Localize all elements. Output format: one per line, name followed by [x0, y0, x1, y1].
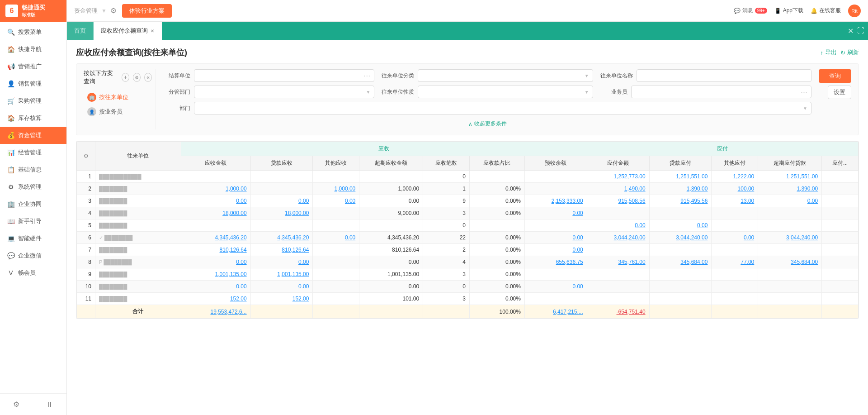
- cell-value[interactable]: 1,251,551.00: [758, 171, 822, 183]
- cell-value[interactable]: 1,252,773.00: [587, 171, 649, 183]
- th-settings[interactable]: ⚙: [77, 142, 95, 171]
- cell-value[interactable]: [649, 207, 712, 219]
- cell-value[interactable]: [313, 293, 359, 305]
- sidebar-item-inventory[interactable]: 🏠 库存核算: [0, 110, 66, 127]
- cell-value[interactable]: [587, 293, 649, 305]
- cell-value[interactable]: 1,390.00: [649, 183, 712, 195]
- query-option-by-staff[interactable]: 👤 按业务员: [84, 105, 152, 119]
- tab-close-window-btn[interactable]: ✕: [848, 27, 854, 35]
- export-btn[interactable]: ↑ 导出: [821, 48, 837, 57]
- cell-value[interactable]: 18,000.00: [181, 207, 250, 219]
- cell-value[interactable]: 1,001,135.00: [181, 268, 250, 281]
- cell-value[interactable]: [181, 219, 250, 232]
- cell-value[interactable]: 1,000.00: [181, 183, 250, 195]
- cell-value[interactable]: 0.00: [181, 281, 250, 293]
- cell-value[interactable]: [649, 281, 712, 293]
- cell-value[interactable]: 100.00: [712, 183, 758, 195]
- cell-value[interactable]: [587, 244, 649, 256]
- setting-btn[interactable]: 设置: [828, 86, 851, 99]
- online-service-btn[interactable]: 🔔 在线客服: [811, 7, 841, 14]
- sidebar-item-enterprise[interactable]: 🏢 企业协同: [0, 196, 66, 213]
- solution-btn[interactable]: 体验行业方案: [122, 4, 172, 18]
- sidebar-item-search[interactable]: 🔍 搜索菜单: [0, 24, 66, 41]
- cell-value[interactable]: 810,126.64: [250, 244, 313, 256]
- cell-value[interactable]: 1,000.00: [313, 183, 359, 195]
- tab-maximize-btn[interactable]: ⛶: [857, 27, 864, 35]
- cell-value[interactable]: 0.00: [250, 281, 313, 293]
- cell-value[interactable]: 77.00: [712, 256, 758, 268]
- cell-value[interactable]: 152.00: [250, 293, 313, 305]
- cell-value[interactable]: 0.00: [313, 232, 359, 244]
- filter-input-ywy[interactable]: ···: [631, 86, 811, 98]
- query-btn[interactable]: 查询: [819, 69, 851, 83]
- sidebar-item-quicknav[interactable]: 🏠 快捷导航: [0, 41, 66, 58]
- cell-value[interactable]: 0.00: [250, 195, 313, 207]
- filter-collapse-btn[interactable]: ∧ 收起更多条件: [163, 118, 811, 129]
- cell-value[interactable]: [712, 268, 758, 281]
- cell-value[interactable]: [758, 219, 822, 232]
- cell-value[interactable]: [712, 244, 758, 256]
- sidebar-item-guide[interactable]: 📖 新手引导: [0, 213, 66, 230]
- cell-value[interactable]: [313, 281, 359, 293]
- cell-value[interactable]: [758, 268, 822, 281]
- cell-value[interactable]: 0.00: [250, 256, 313, 268]
- cell-value[interactable]: [181, 171, 250, 183]
- filter-add-btn[interactable]: +: [122, 73, 129, 82]
- collapse-sidebar-btn[interactable]: ⏸: [41, 398, 59, 411]
- cell-value[interactable]: [649, 293, 712, 305]
- cell-value[interactable]: [250, 183, 313, 195]
- cell-value[interactable]: [758, 293, 822, 305]
- cell-value[interactable]: 810,126.64: [181, 244, 250, 256]
- cell-value[interactable]: [250, 219, 313, 232]
- filter-settings-btn[interactable]: ⚙: [133, 73, 141, 82]
- summary-ar-prepay[interactable]: 6,417,215....: [524, 305, 587, 319]
- cell-value[interactable]: [313, 207, 359, 219]
- query-option-by-unit[interactable]: 🏢 按往来单位: [84, 90, 152, 105]
- summary-ap-amount[interactable]: -654,751.40: [587, 305, 649, 319]
- cell-value[interactable]: 3,044,240.00: [649, 232, 712, 244]
- sidebar-item-member[interactable]: V 畅会员: [0, 264, 66, 281]
- refresh-btn[interactable]: ↻ 刷新: [840, 48, 859, 57]
- cell-value[interactable]: [649, 268, 712, 281]
- app-download-btn[interactable]: 📱 App下载: [774, 7, 803, 14]
- cell-value[interactable]: 0.00: [181, 195, 250, 207]
- cell-value[interactable]: 1,251,551.00: [649, 171, 712, 183]
- cell-value[interactable]: 1,390.00: [758, 183, 822, 195]
- cell-value[interactable]: [587, 281, 649, 293]
- cell-value[interactable]: 0.00: [712, 232, 758, 244]
- cell-value[interactable]: [758, 281, 822, 293]
- cell-value[interactable]: [524, 183, 587, 195]
- cell-value[interactable]: 13.00: [712, 195, 758, 207]
- filter-input-jsdw[interactable]: ···: [194, 69, 374, 82]
- cell-value[interactable]: 0.00: [524, 232, 587, 244]
- cell-value[interactable]: [712, 281, 758, 293]
- cell-value[interactable]: [712, 207, 758, 219]
- cell-value[interactable]: [712, 293, 758, 305]
- filter-select-lwdwxz[interactable]: ▼: [418, 86, 593, 98]
- cell-value[interactable]: [524, 219, 587, 232]
- cell-value[interactable]: 915,508.56: [587, 195, 649, 207]
- cell-value[interactable]: [313, 244, 359, 256]
- sidebar-item-marketing[interactable]: 📢 营销推广: [0, 58, 66, 75]
- filter-collapse-left-btn[interactable]: «: [144, 73, 152, 82]
- filter-select-lwdwfl[interactable]: ▼: [418, 69, 593, 82]
- cell-value[interactable]: 0.00: [524, 207, 587, 219]
- sidebar-item-purchase[interactable]: 🛒 采购管理: [0, 92, 66, 110]
- cell-value[interactable]: [758, 207, 822, 219]
- cell-value[interactable]: 915,495.56: [649, 195, 712, 207]
- cell-value[interactable]: [712, 219, 758, 232]
- cell-value[interactable]: 152.00: [181, 293, 250, 305]
- cell-value[interactable]: [524, 171, 587, 183]
- sidebar-item-finance[interactable]: 💰 资金管理: [0, 127, 66, 144]
- cell-value[interactable]: 0.00: [649, 219, 712, 232]
- cell-value[interactable]: 1,001,135.00: [250, 268, 313, 281]
- cell-value[interactable]: [313, 171, 359, 183]
- cell-value[interactable]: 655,636.75: [524, 256, 587, 268]
- messages-btn[interactable]: 💬 消息 99+: [734, 7, 767, 14]
- cell-value[interactable]: 0.00: [524, 281, 587, 293]
- cell-value[interactable]: 4,345,436.20: [250, 232, 313, 244]
- cell-value[interactable]: 2,153,333.00: [524, 195, 587, 207]
- cell-value[interactable]: [587, 268, 649, 281]
- cell-value[interactable]: 3,044,240.00: [758, 232, 822, 244]
- cell-value[interactable]: 345,684.00: [758, 256, 822, 268]
